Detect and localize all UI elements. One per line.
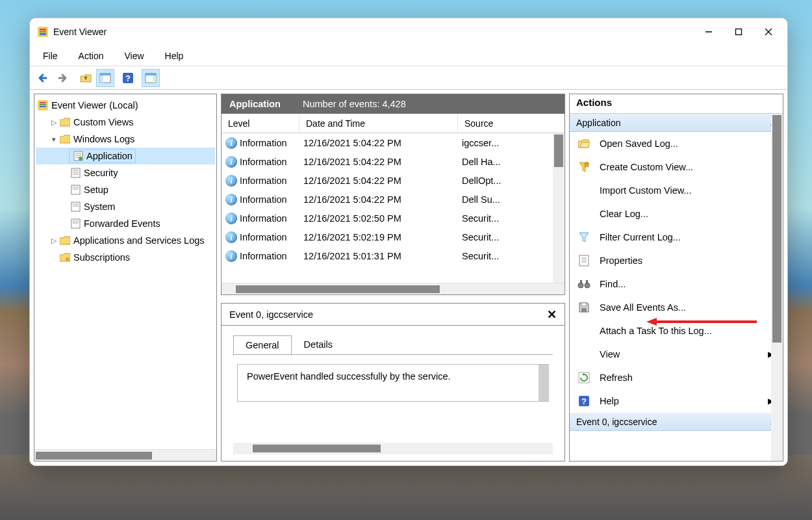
tree-apps-services[interactable]: ▷ Applications and Services Logs <box>36 232 215 249</box>
action-find[interactable]: Find... <box>570 272 783 296</box>
action-import-custom-view[interactable]: Import Custom View... <box>570 179 783 202</box>
tree-label: Forwarded Events <box>84 218 160 229</box>
expand-icon[interactable]: ▷ <box>49 237 59 245</box>
tree-security[interactable]: Security <box>36 164 215 181</box>
svg-rect-5 <box>736 29 742 35</box>
tree-setup[interactable]: Setup <box>36 181 215 198</box>
row-source: Securit... <box>458 232 565 242</box>
back-button[interactable] <box>34 69 53 87</box>
properties-icon <box>577 254 590 267</box>
svg-rect-15 <box>153 75 156 83</box>
row-source: Dell Su... <box>458 194 565 205</box>
app-title: Event Viewer <box>53 27 694 37</box>
actions-vscrollbar[interactable] <box>771 114 783 461</box>
action-attach-task[interactable]: Attach a Task To this Log... <box>570 319 783 343</box>
minimize-button[interactable] <box>694 21 724 42</box>
svg-point-24 <box>79 157 82 161</box>
tree-custom-views[interactable]: ▷ Custom Views <box>36 114 215 131</box>
event-row[interactable]: iInformation12/16/2021 5:04:22 PMDellOpt… <box>222 171 565 190</box>
svg-rect-29 <box>71 185 80 194</box>
actions-group-application[interactable]: Application ▲ <box>570 114 783 132</box>
svg-rect-32 <box>71 202 80 211</box>
close-button[interactable] <box>754 21 783 42</box>
actions-group-event[interactable]: Event 0, igccservice ▲ <box>570 413 783 431</box>
navigation-tree[interactable]: Event Viewer (Local) ▷ Custom Views ▾ Wi… <box>34 94 216 449</box>
action-label: Help <box>600 396 619 406</box>
action-open-saved-log[interactable]: Open Saved Log... <box>570 132 783 155</box>
event-row[interactable]: iInformation12/16/2021 5:01:31 PMSecurit… <box>222 246 565 265</box>
close-detail-button[interactable]: ✕ <box>547 307 557 322</box>
event-row[interactable]: iInformation12/16/2021 5:04:22 PMigccser… <box>222 133 565 152</box>
menubar: File Action View Help <box>30 46 787 66</box>
detail-title: Event 0, igccservice <box>229 309 313 320</box>
action-refresh[interactable]: Refresh <box>570 366 783 389</box>
row-date: 12/16/2021 5:04:22 PM <box>299 157 458 167</box>
help-toolbar-button[interactable]: ? <box>119 69 137 87</box>
svg-rect-45 <box>580 280 582 283</box>
tree-forwarded[interactable]: Forwarded Events <box>36 215 215 232</box>
row-date: 12/16/2021 5:02:50 PM <box>299 213 458 224</box>
show-hide-tree-button[interactable] <box>96 69 114 87</box>
list-hscrollbar[interactable] <box>222 283 565 294</box>
expand-icon[interactable]: ▷ <box>49 118 59 127</box>
detail-msg-scrollbar[interactable] <box>539 365 549 401</box>
list-vscrollbar[interactable] <box>553 133 565 283</box>
action-help[interactable]: ? Help ▶ <box>570 389 783 413</box>
svg-rect-18 <box>40 104 46 105</box>
detail-hscrollbar[interactable] <box>233 443 553 454</box>
action-properties[interactable]: Properties <box>570 249 783 272</box>
tab-details[interactable]: Details <box>292 335 345 354</box>
row-source: Securit... <box>458 251 565 261</box>
forward-button[interactable] <box>54 69 72 87</box>
tree-subscriptions[interactable]: Subscriptions <box>36 249 215 266</box>
event-row[interactable]: iInformation12/16/2021 5:04:22 PMDell Su… <box>222 190 565 209</box>
center-panel: Application Number of events: 4,428 Leve… <box>221 94 565 462</box>
tree-root[interactable]: Event Viewer (Local) <box>36 97 215 114</box>
show-hide-action-button[interactable] <box>142 69 160 87</box>
event-row[interactable]: iInformation12/16/2021 5:02:19 PMSecurit… <box>222 228 565 246</box>
menu-file[interactable]: File <box>32 48 68 64</box>
event-rows[interactable]: iInformation12/16/2021 5:04:22 PMigccser… <box>222 133 565 283</box>
folder-icon <box>59 133 71 145</box>
col-level[interactable]: Level <box>222 114 299 133</box>
row-level: Information <box>240 251 287 261</box>
event-row[interactable]: iInformation12/16/2021 5:02:50 PMSecurit… <box>222 209 565 228</box>
actions-list: Application ▲ Open Saved Log... Create C… <box>570 114 783 461</box>
action-view-submenu[interactable]: View ▶ <box>570 343 783 366</box>
tree-windows-logs[interactable]: ▾ Windows Logs <box>36 131 215 148</box>
col-source[interactable]: Source <box>458 114 565 133</box>
log-icon <box>72 150 84 162</box>
column-headers: Level Date and Time Source <box>222 114 565 133</box>
action-save-all-events[interactable]: Save All Events As... <box>570 296 783 319</box>
action-label: Clear Log... <box>600 209 648 219</box>
svg-rect-10 <box>100 75 103 83</box>
collapse-icon[interactable]: ▾ <box>49 135 59 144</box>
row-level: Information <box>240 138 287 148</box>
info-icon: i <box>225 137 237 149</box>
tab-general[interactable]: General <box>233 335 292 355</box>
col-date[interactable]: Date and Time <box>299 114 458 133</box>
action-clear-log[interactable]: Clear Log... <box>570 202 783 226</box>
maximize-button[interactable] <box>724 21 754 42</box>
menu-action[interactable]: Action <box>68 48 114 64</box>
tree-hscrollbar[interactable] <box>34 449 216 461</box>
row-date: 12/16/2021 5:04:22 PM <box>299 138 458 148</box>
titlebar[interactable]: Event Viewer <box>30 18 787 46</box>
svg-rect-25 <box>71 168 80 177</box>
event-row[interactable]: iInformation12/16/2021 5:04:22 PMDell Ha… <box>222 152 565 171</box>
tree-system[interactable]: System <box>36 198 215 215</box>
action-create-custom-view[interactable]: Create Custom View... <box>570 155 783 179</box>
menu-help[interactable]: Help <box>155 48 194 64</box>
blank-icon <box>577 207 590 220</box>
blank-icon <box>577 184 590 197</box>
tree-application[interactable]: Application <box>36 148 215 164</box>
row-source: DellOpt... <box>458 176 565 186</box>
tree-label: Custom Views <box>73 117 133 127</box>
up-folder-button[interactable] <box>77 69 95 87</box>
subscriptions-icon <box>59 252 71 263</box>
info-icon: i <box>225 156 237 168</box>
menu-view[interactable]: View <box>114 48 154 64</box>
folder-open-icon <box>577 137 590 150</box>
svg-rect-14 <box>146 73 156 75</box>
action-filter-log[interactable]: Filter Current Log... <box>570 226 783 249</box>
